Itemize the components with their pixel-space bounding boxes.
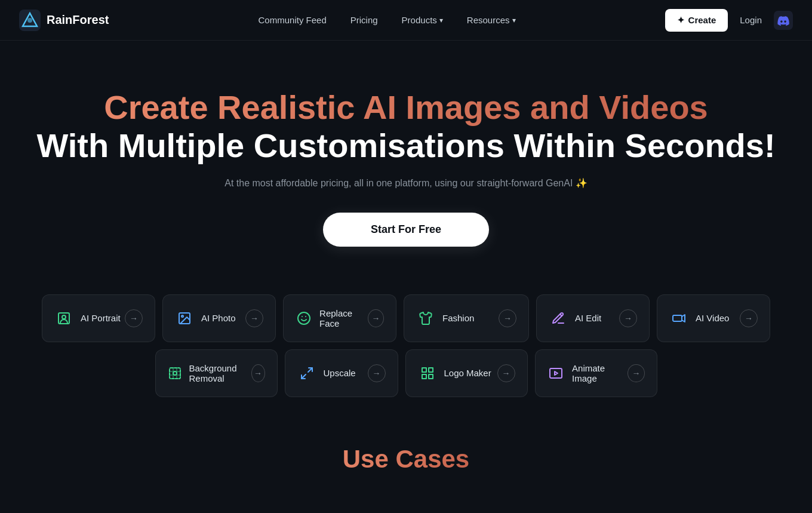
nav-resources[interactable]: Resources (457, 10, 525, 30)
fashion-icon (416, 309, 435, 328)
use-cases-title: Use Cases (19, 445, 793, 474)
card-ai-video-label: AI Video (696, 313, 729, 323)
nav-products[interactable]: Products (392, 10, 453, 30)
card-ai-portrait-label: AI Portrait (81, 313, 121, 323)
background-removal-icon (168, 364, 182, 383)
feature-cards-section: AI Portrait → AI Photo → (0, 282, 812, 421)
ai-video-icon (669, 309, 688, 328)
card-ai-photo-label: AI Photo (201, 313, 236, 323)
use-cases-title-text: Use Cases (343, 445, 469, 473)
create-icon: ✦ (677, 15, 685, 26)
svg-point-7 (182, 315, 183, 317)
card-animate-image-arrow[interactable]: → (628, 364, 644, 382)
cards-row-1: AI Portrait → AI Photo → (36, 294, 776, 342)
card-ai-photo-arrow[interactable]: → (245, 309, 263, 327)
card-logo-maker-arrow[interactable]: → (497, 364, 515, 382)
upscale-icon (297, 364, 316, 383)
card-upscale-label: Upscale (324, 368, 356, 378)
svg-line-16 (302, 374, 306, 379)
brand-name: RainForest (47, 13, 109, 27)
card-ai-photo[interactable]: AI Photo → (162, 294, 276, 342)
card-logo-maker[interactable]: Logo Maker → (405, 349, 528, 397)
brand-logo[interactable]: RainForest (19, 10, 109, 31)
svg-point-8 (298, 312, 310, 324)
svg-rect-17 (422, 368, 426, 372)
replace-face-icon (296, 309, 312, 328)
hero-subtitle: At the most affordable pricing, all in o… (19, 177, 793, 189)
svg-rect-11 (673, 315, 682, 321)
hero-section: Create Realistic AI Images and Videos Wi… (0, 41, 812, 282)
ai-edit-icon (549, 309, 568, 328)
discord-icon[interactable] (774, 11, 793, 30)
login-button[interactable]: Login (735, 9, 767, 31)
card-ai-edit-arrow[interactable]: → (619, 309, 637, 327)
svg-rect-13 (170, 368, 180, 379)
svg-point-14 (173, 371, 177, 375)
create-label: Create (688, 15, 716, 25)
create-button[interactable]: ✦ Create (665, 9, 728, 32)
svg-point-5 (62, 315, 66, 319)
card-fashion-arrow[interactable]: → (499, 309, 516, 327)
nav-links: Community Feed Pricing Products Resource… (249, 10, 525, 30)
animate-image-icon (548, 364, 565, 383)
card-logo-maker-label: Logo Maker (444, 368, 491, 378)
card-replace-face-arrow[interactable]: → (368, 309, 384, 327)
svg-line-15 (308, 368, 312, 372)
use-cases-section: Use Cases (0, 421, 812, 486)
svg-rect-19 (429, 374, 433, 379)
card-ai-portrait[interactable]: AI Portrait → (42, 294, 155, 342)
card-fashion-label: Fashion (442, 313, 474, 323)
card-ai-edit-label: AI Edit (575, 313, 601, 323)
photo-icon (175, 309, 194, 328)
cards-row-2: Background Removal → Upscale → (36, 349, 776, 397)
card-animate-image[interactable]: Animate Image → (535, 349, 657, 397)
card-upscale-arrow[interactable]: → (368, 364, 386, 382)
portrait-icon (54, 309, 73, 328)
hero-title: Create Realistic AI Images and Videos Wi… (19, 88, 793, 165)
start-for-free-button[interactable]: Start For Free (323, 213, 489, 247)
card-replace-face-label: Replace Face (319, 308, 368, 328)
card-ai-edit[interactable]: AI Edit → (536, 294, 650, 342)
svg-rect-20 (422, 374, 426, 379)
nav-community-feed[interactable]: Community Feed (249, 10, 336, 30)
svg-point-2 (27, 18, 32, 23)
card-ai-video-arrow[interactable]: → (740, 309, 758, 327)
svg-rect-18 (429, 368, 433, 372)
nav-right: ✦ Create Login (665, 9, 793, 32)
nav-pricing[interactable]: Pricing (341, 10, 387, 30)
card-background-removal-label: Background Removal (189, 363, 251, 383)
navbar: RainForest Community Feed Pricing Produc… (0, 0, 812, 41)
svg-marker-22 (555, 371, 558, 375)
card-ai-video[interactable]: AI Video → (657, 294, 770, 342)
logo-maker-icon (418, 364, 437, 383)
card-animate-image-label: Animate Image (572, 363, 628, 383)
card-ai-portrait-arrow[interactable]: → (125, 309, 143, 327)
card-fashion[interactable]: Fashion → (404, 294, 529, 342)
card-background-removal[interactable]: Background Removal → (155, 349, 278, 397)
card-background-removal-arrow[interactable]: → (251, 364, 265, 382)
svg-rect-21 (550, 368, 562, 378)
card-replace-face[interactable]: Replace Face → (283, 294, 396, 342)
svg-marker-12 (682, 315, 685, 322)
card-upscale[interactable]: Upscale → (285, 349, 398, 397)
